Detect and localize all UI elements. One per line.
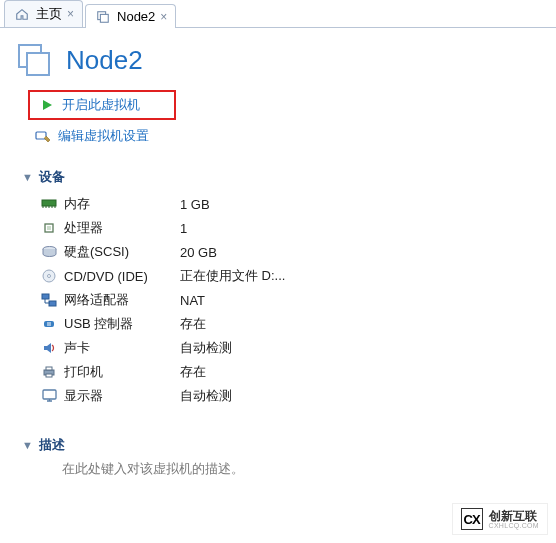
device-label: 网络适配器 [64, 291, 129, 309]
device-row-harddisk[interactable]: 硬盘(SCSI) 20 GB [40, 240, 556, 264]
description-section: ▼ 描述 在此处键入对该虚拟机的描述。 [0, 426, 556, 478]
device-label: 声卡 [64, 339, 90, 357]
printer-icon [40, 365, 58, 379]
svg-rect-12 [49, 301, 56, 306]
home-icon [13, 7, 31, 21]
description-header[interactable]: ▼ 描述 [22, 436, 556, 454]
device-value: NAT [180, 293, 330, 308]
page-title: Node2 [66, 45, 143, 76]
device-value: 自动检测 [180, 339, 330, 357]
svg-rect-15 [46, 367, 52, 370]
svg-rect-3 [27, 53, 49, 75]
svg-rect-11 [42, 294, 49, 299]
devices-section: ▼ 设备 内存 1 GB 处理器 1 [0, 158, 556, 408]
settings-wrench-icon [34, 129, 52, 143]
display-icon [40, 389, 58, 403]
actions-area: 开启此虚拟机 编辑虚拟机设置 [0, 90, 556, 158]
device-list: 内存 1 GB 处理器 1 硬盘(SCSI) 20 GB [22, 192, 556, 408]
play-icon [38, 98, 56, 112]
device-value: 1 [180, 221, 330, 236]
device-row-display[interactable]: 显示器 自动检测 [40, 384, 556, 408]
usb-icon [40, 317, 58, 331]
highlight-power-on: 开启此虚拟机 [28, 90, 176, 120]
svg-rect-17 [43, 390, 56, 399]
tab-home-label: 主页 [36, 5, 62, 23]
watermark-cn: 创新互联 [489, 510, 539, 522]
title-area: Node2 [0, 28, 556, 90]
close-icon[interactable]: × [160, 11, 167, 23]
device-label: 处理器 [64, 219, 103, 237]
device-row-processor[interactable]: 处理器 1 [40, 216, 556, 240]
close-icon[interactable]: × [67, 8, 74, 20]
device-value: 存在 [180, 363, 330, 381]
processor-icon [40, 221, 58, 235]
device-value: 正在使用文件 D:... [180, 267, 330, 285]
device-value: 1 GB [180, 197, 330, 212]
watermark-logo: CX [461, 508, 483, 530]
cd-icon [40, 269, 58, 283]
edit-settings-label: 编辑虚拟机设置 [58, 127, 149, 145]
power-on-label: 开启此虚拟机 [62, 96, 140, 114]
device-row-memory[interactable]: 内存 1 GB [40, 192, 556, 216]
network-icon [40, 293, 58, 307]
vm-title-icon [14, 40, 54, 80]
device-label: CD/DVD (IDE) [64, 269, 148, 284]
device-label: 显示器 [64, 387, 103, 405]
tab-node2-label: Node2 [117, 9, 155, 24]
tab-home[interactable]: 主页 × [4, 0, 83, 27]
watermark-en: CXHLCQ.COM [489, 522, 539, 529]
device-value: 自动检测 [180, 387, 330, 405]
description-header-label: 描述 [39, 436, 65, 454]
disk-icon [40, 246, 58, 258]
device-label: 硬盘(SCSI) [64, 243, 129, 261]
device-label: USB 控制器 [64, 315, 133, 333]
svg-rect-16 [46, 374, 52, 377]
tab-bar: 主页 × Node2 × [0, 0, 556, 28]
collapse-icon: ▼ [22, 171, 33, 183]
vm-group-icon [94, 10, 112, 24]
device-label: 打印机 [64, 363, 103, 381]
svg-rect-1 [100, 14, 108, 22]
svg-point-10 [48, 275, 51, 278]
device-row-usb[interactable]: USB 控制器 存在 [40, 312, 556, 336]
sound-icon [40, 341, 58, 355]
collapse-icon: ▼ [22, 439, 33, 451]
device-row-cddvd[interactable]: CD/DVD (IDE) 正在使用文件 D:... [40, 264, 556, 288]
svg-rect-7 [47, 226, 51, 230]
device-row-network[interactable]: 网络适配器 NAT [40, 288, 556, 312]
devices-header-label: 设备 [39, 168, 65, 186]
power-on-button[interactable]: 开启此虚拟机 [32, 93, 146, 117]
device-row-printer[interactable]: 打印机 存在 [40, 360, 556, 384]
device-row-sound[interactable]: 声卡 自动检测 [40, 336, 556, 360]
watermark: CX 创新互联 CXHLCQ.COM [452, 503, 548, 535]
devices-header[interactable]: ▼ 设备 [22, 168, 556, 186]
device-label: 内存 [64, 195, 90, 213]
svg-rect-13 [44, 321, 54, 327]
device-value: 20 GB [180, 245, 330, 260]
edit-settings-button[interactable]: 编辑虚拟机设置 [28, 124, 155, 148]
device-value: 存在 [180, 315, 330, 333]
memory-icon [40, 198, 58, 210]
description-placeholder[interactable]: 在此处键入对该虚拟机的描述。 [22, 460, 556, 478]
tab-node2[interactable]: Node2 × [85, 4, 176, 28]
svg-rect-5 [42, 200, 56, 206]
